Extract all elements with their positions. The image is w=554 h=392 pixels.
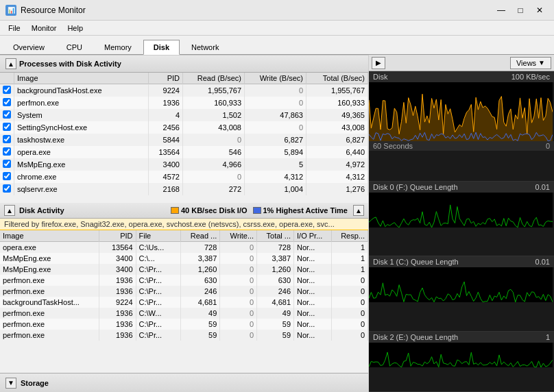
tab-cpu[interactable]: CPU <box>56 40 93 54</box>
table-row[interactable]: SettingSyncHost.exe 2456 43,008 0 43,008 <box>0 121 368 134</box>
act-row-image: perfmon.exe <box>0 319 99 330</box>
act-col-resp[interactable]: Resp... <box>332 230 368 242</box>
act-row-read: 4,681 <box>181 297 220 308</box>
col-image[interactable]: Image <box>14 73 149 84</box>
tab-overview[interactable]: Overview <box>3 40 55 54</box>
table-row[interactable]: perfmon.exe 1936 C:\Pr... 59 0 59 Nor...… <box>0 319 368 330</box>
row-total: 1,955,767 <box>306 84 368 97</box>
act-col-read[interactable]: Read ... <box>181 230 220 242</box>
row-write: 6,827 <box>245 134 306 146</box>
table-row[interactable]: perfmon.exe 1936 160,933 0 160,933 <box>0 97 368 109</box>
act-col-pid[interactable]: PID <box>99 230 136 242</box>
act-row-image: MsMpEng.exe <box>0 264 99 275</box>
row-read: 1,955,767 <box>183 84 245 97</box>
app-title: Resource Monitor <box>21 5 86 15</box>
row-checkbox[interactable] <box>0 183 14 195</box>
row-checkbox[interactable] <box>0 109 14 121</box>
table-row[interactable]: backgroundTaskHost.exe 9224 1,955,767 0 … <box>0 84 368 97</box>
row-read: 0 <box>183 171 245 183</box>
activity-collapse-btn[interactable]: ▲ <box>4 205 15 216</box>
processes-collapse-btn[interactable]: ▲ <box>5 58 16 69</box>
app-icon: 📊 <box>5 5 16 16</box>
row-checkbox[interactable] <box>0 134 14 146</box>
act-row-resp: 0 <box>332 319 368 330</box>
act-row-pid: 1936 <box>99 330 136 341</box>
table-row[interactable]: opera.exe 13564 546 5,894 6,440 <box>0 146 368 158</box>
activity-collapse-btn-2[interactable]: ▲ <box>353 205 364 216</box>
row-read: 4,966 <box>183 158 245 171</box>
tab-disk[interactable]: Disk <box>143 40 180 55</box>
maximize-button[interactable]: □ <box>511 3 529 17</box>
minimize-button[interactable]: — <box>492 3 510 17</box>
row-checkbox[interactable] <box>0 97 14 109</box>
row-read: 546 <box>183 146 245 158</box>
graph-title-1: Disk 0 (F:) Queue Length <box>373 183 458 191</box>
filter-bar: Filtered by firefox.exe, Snagit32.exe, o… <box>0 219 368 230</box>
col-read[interactable]: Read (B/sec) <box>183 73 245 84</box>
table-row[interactable]: perfmon.exe 1936 C:\Pr... 246 0 246 Nor.… <box>0 286 368 297</box>
storage-collapse-btn[interactable]: ▼ <box>5 378 16 389</box>
row-checkbox[interactable] <box>0 84 14 97</box>
col-total[interactable]: Total (B/sec) <box>306 73 368 84</box>
act-row-iopr: Nor... <box>294 253 332 264</box>
table-row[interactable]: sqlservr.exe 2168 272 1,004 1,276 <box>0 183 368 195</box>
processes-table-wrap[interactable]: Image PID Read (B/sec) Write (B/sec) Tot… <box>0 73 368 203</box>
act-row-write: 0 <box>220 319 257 330</box>
act-col-iopr[interactable]: I/O Pr... <box>294 230 332 242</box>
menu-help[interactable]: Help <box>62 23 88 34</box>
table-row[interactable]: perfmon.exe 1936 C:\W... 49 0 49 Nor... … <box>0 308 368 319</box>
col-pid[interactable]: PID <box>149 73 183 84</box>
table-row[interactable]: opera.exe 13564 C:\Us... 728 0 728 Nor..… <box>0 242 368 254</box>
table-row[interactable]: backgroundTaskHost... 9224 C:\Pr... 4,68… <box>0 297 368 308</box>
act-row-image: perfmon.exe <box>0 275 99 286</box>
graph-svg <box>369 82 553 141</box>
views-button[interactable]: Views ▼ <box>510 57 551 69</box>
graph-svg <box>369 193 553 228</box>
close-button[interactable]: ✕ <box>531 3 549 17</box>
menu-file[interactable]: File <box>3 23 26 34</box>
activity-title: Disk Activity <box>19 206 64 215</box>
row-pid: 5844 <box>149 134 183 146</box>
table-row[interactable]: MsMpEng.exe 3400 C:\... 3,387 0 3,387 No… <box>0 253 368 264</box>
row-read: 1,502 <box>183 109 245 121</box>
act-row-total: 728 <box>257 242 294 254</box>
row-checkbox[interactable] <box>0 158 14 171</box>
row-checkbox[interactable] <box>0 121 14 134</box>
col-write[interactable]: Write (B/sec) <box>245 73 306 84</box>
graph-section-3: Disk 2 (E:) Queue Length 1 <box>369 332 554 392</box>
act-row-file: C:\Us... <box>136 242 181 254</box>
tab-memory[interactable]: Memory <box>94 40 142 54</box>
row-read: 272 <box>183 183 245 195</box>
activity-table-wrap[interactable]: Image PID File Read ... Write... Total .… <box>0 230 368 373</box>
row-image: SettingSyncHost.exe <box>14 121 149 134</box>
row-checkbox[interactable] <box>0 146 14 158</box>
table-row[interactable]: MsMpEng.exe 3400 4,966 5 4,972 <box>0 158 368 171</box>
graph-nav-btn[interactable]: ▶ <box>372 57 385 69</box>
tab-network[interactable]: Network <box>181 40 229 54</box>
table-row[interactable]: MsMpEng.exe 3400 C:\Pr... 1,260 0 1,260 … <box>0 264 368 275</box>
graph-value-2: 0.01 <box>535 258 550 266</box>
act-row-iopr: Nor... <box>294 286 332 297</box>
act-col-image[interactable]: Image <box>0 230 99 242</box>
act-row-pid: 3400 <box>99 253 136 264</box>
row-write: 0 <box>245 121 306 134</box>
row-pid: 1936 <box>149 97 183 109</box>
table-row[interactable]: chrome.exe 4572 0 4,312 4,312 <box>0 171 368 183</box>
storage-section: ▼ Storage <box>0 373 368 392</box>
act-row-image: perfmon.exe <box>0 286 99 297</box>
act-col-total[interactable]: Total ... <box>257 230 294 242</box>
act-col-write[interactable]: Write... <box>220 230 257 242</box>
act-row-read: 49 <box>181 308 220 319</box>
table-row[interactable]: perfmon.exe 1936 C:\Pr... 630 0 630 Nor.… <box>0 275 368 286</box>
table-row[interactable]: System 4 1,502 47,863 49,365 <box>0 109 368 121</box>
graph-section-1: Disk 0 (F:) Queue Length 0.01 <box>369 182 554 257</box>
table-row[interactable]: perfmon.exe 1936 C:\Pr... 59 0 59 Nor...… <box>0 330 368 341</box>
row-pid: 4572 <box>149 171 183 183</box>
row-pid: 9224 <box>149 84 183 97</box>
menu-monitor[interactable]: Monitor <box>26 23 62 34</box>
act-col-file[interactable]: File <box>136 230 181 242</box>
act-row-file: C:\Pr... <box>136 330 181 341</box>
row-checkbox[interactable] <box>0 171 14 183</box>
table-row[interactable]: taskhostw.exe 5844 0 6,827 6,827 <box>0 134 368 146</box>
row-total: 160,933 <box>306 97 368 109</box>
